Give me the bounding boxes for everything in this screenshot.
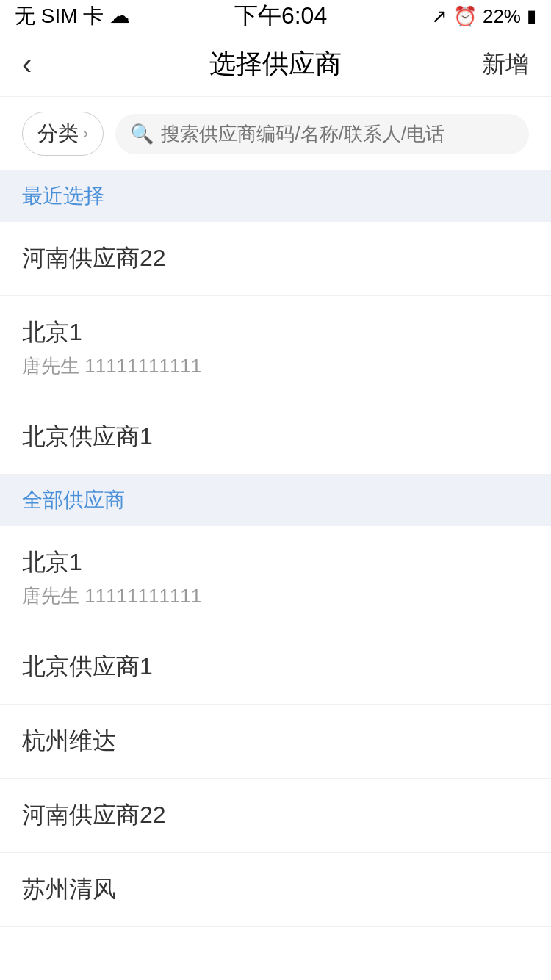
search-input[interactable] xyxy=(161,123,514,145)
search-bar: 分类 › 🔍 xyxy=(0,97,551,170)
all-section-header: 全部供应商 xyxy=(0,475,551,526)
alarm-icon: ⏰ xyxy=(453,5,477,28)
chevron-right-icon: › xyxy=(83,124,88,143)
list-item[interactable]: 北京供应商1 xyxy=(0,400,551,475)
status-time: 下午6:04 xyxy=(234,0,327,32)
item-sub: 唐先生 11111111111 xyxy=(22,583,529,609)
item-name: 河南供应商22 xyxy=(22,242,529,275)
all-section-label: 全部供应商 xyxy=(22,489,125,511)
item-name: 河南供应商22 xyxy=(22,799,529,832)
location-icon: ↗ xyxy=(431,5,447,28)
status-left: 无 SIM 卡 ☁ xyxy=(15,2,130,30)
status-right: ↗ ⏰ 22% ▮ xyxy=(431,5,536,28)
recent-section-label: 最近选择 xyxy=(22,184,104,207)
item-name: 北京1 xyxy=(22,317,529,349)
list-item[interactable]: 河南供应商22 xyxy=(0,222,551,296)
battery-icon: ▮ xyxy=(527,6,536,26)
all-list: 北京1唐先生 11111111111北京供应商1杭州维达河南供应商22苏州清风 xyxy=(0,526,551,927)
signal-text: 无 SIM 卡 ☁ xyxy=(15,2,130,30)
category-label: 分类 xyxy=(37,120,79,148)
add-button[interactable]: 新增 xyxy=(470,48,529,81)
back-button[interactable]: ‹ xyxy=(22,48,81,81)
category-filter-button[interactable]: 分类 › xyxy=(22,112,104,156)
item-name: 北京供应商1 xyxy=(22,651,529,683)
list-item[interactable]: 河南供应商22 xyxy=(0,779,551,853)
search-wrapper[interactable]: 🔍 xyxy=(115,114,529,154)
item-name: 北京1 xyxy=(22,547,529,579)
status-bar: 无 SIM 卡 ☁ 下午6:04 ↗ ⏰ 22% ▮ xyxy=(0,0,551,32)
search-icon: 🔍 xyxy=(130,123,154,145)
list-item[interactable]: 北京1唐先生 11111111111 xyxy=(0,526,551,630)
item-name: 北京供应商1 xyxy=(22,421,529,453)
page-title: 选择供应商 xyxy=(209,46,342,82)
list-item[interactable]: 北京供应商1 xyxy=(0,630,551,705)
recent-list: 河南供应商22北京1唐先生 11111111111北京供应商1 xyxy=(0,222,551,475)
list-item[interactable]: 北京1唐先生 11111111111 xyxy=(0,296,551,400)
item-sub: 唐先生 11111111111 xyxy=(22,353,529,379)
recent-section-header: 最近选择 xyxy=(0,170,551,222)
item-name: 杭州维达 xyxy=(22,725,529,757)
list-item[interactable]: 杭州维达 xyxy=(0,705,551,779)
battery-text: 22% xyxy=(483,5,521,28)
nav-bar: ‹ 选择供应商 新增 xyxy=(0,32,551,97)
item-name: 苏州清风 xyxy=(22,873,529,906)
list-item[interactable]: 苏州清风 xyxy=(0,853,551,927)
